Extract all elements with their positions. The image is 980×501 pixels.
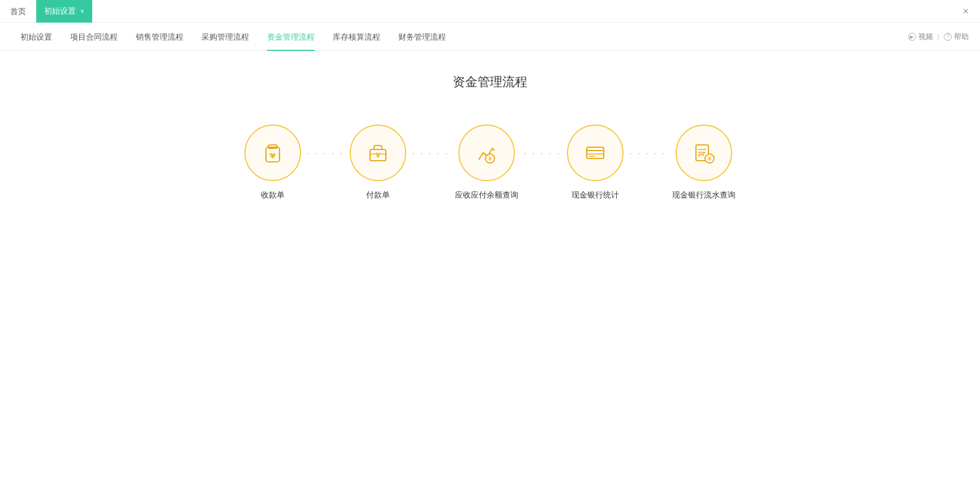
dots-2: - - - - - <box>412 149 449 158</box>
main-content: 资金管理流程 ¥ 收款单 - - - - - <box>0 51 980 501</box>
receipt-icon: ¥ <box>259 139 286 166</box>
svg-text:¥: ¥ <box>488 155 492 162</box>
top-bar: 首页 初始设置 × × <box>0 0 980 23</box>
payment-icon: ¥ <box>364 139 392 166</box>
flow-item-cash-bank-stats[interactable]: 现金银行统计 <box>567 125 624 200</box>
cash-bank-stats-label: 现金银行统计 <box>571 190 619 200</box>
nav-item-project-contract[interactable]: 项目合同流程 <box>61 23 127 51</box>
active-tab-label: 初始设置 <box>44 6 76 16</box>
balance-query-label: 应收应付余额查询 <box>455 190 518 200</box>
connector-4: - - - - - <box>624 149 672 158</box>
svg-text:¥: ¥ <box>270 151 275 160</box>
help-video-button[interactable]: ▶ 视频 <box>908 32 933 42</box>
payment-label: 付款单 <box>366 190 390 200</box>
receipt-circle: ¥ <box>244 125 301 181</box>
flow-item-receipt[interactable]: ¥ 收款单 <box>244 125 301 200</box>
window-close-button[interactable]: × <box>951 0 980 23</box>
flow-item-cash-bank-flow[interactable]: ¥ 现金银行流水查询 <box>672 125 736 200</box>
svg-rect-10 <box>587 147 604 159</box>
connector-2: - - - - - <box>406 149 455 158</box>
video-circle-icon: ▶ <box>908 33 916 41</box>
connector-1: - - - - - <box>301 149 350 158</box>
page-title: 资金管理流程 <box>11 74 969 91</box>
dots-4: - - - - - <box>629 149 667 158</box>
flow-item-payment[interactable]: ¥ 付款单 <box>350 125 406 200</box>
help-circle-icon: ? <box>944 33 952 41</box>
flow-item-balance-query[interactable]: ¥ 应收应付余额查询 <box>455 125 518 200</box>
nav-item-initial-setup[interactable]: 初始设置 <box>11 23 61 51</box>
dots-1: - - - - - <box>307 149 344 158</box>
balance-query-icon: ¥ <box>473 139 500 166</box>
home-tab[interactable]: 首页 <box>0 0 36 23</box>
nav-item-finance-management[interactable]: 财务管理流程 <box>389 23 455 51</box>
nav-item-inventory-calc[interactable]: 库存核算流程 <box>324 23 389 51</box>
payment-circle: ¥ <box>350 125 406 181</box>
cash-bank-flow-label: 现金银行流水查询 <box>672 190 736 200</box>
cash-bank-flow-circle: ¥ <box>676 125 732 181</box>
tab-close-icon[interactable]: × <box>80 7 84 15</box>
nav-item-sales-management[interactable]: 销售管理流程 <box>127 23 192 51</box>
video-label: 视频 <box>918 32 933 42</box>
svg-text:¥: ¥ <box>375 151 380 160</box>
nav-item-purchase-management[interactable]: 采购管理流程 <box>192 23 258 51</box>
flow-container: ¥ 收款单 - - - - - ¥ 付款单 <box>151 125 829 200</box>
help-label: 帮助 <box>954 32 969 42</box>
cash-bank-stats-circle <box>567 125 624 181</box>
nav-bar: 初始设置 项目合同流程 销售管理流程 采购管理流程 资金管理流程 库存核算流程 … <box>0 23 980 51</box>
dots-3: - - - - - <box>524 149 561 158</box>
cash-bank-flow-icon: ¥ <box>690 139 717 166</box>
cash-bank-icon <box>582 139 609 166</box>
svg-text:¥: ¥ <box>707 155 712 162</box>
connector-3: - - - - - <box>518 149 567 158</box>
receipt-label: 收款单 <box>261 190 285 200</box>
nav-item-fund-management[interactable]: 资金管理流程 <box>258 23 324 51</box>
balance-query-circle: ¥ <box>458 125 515 181</box>
active-tab[interactable]: 初始设置 × <box>36 0 92 23</box>
help-button[interactable]: ? 帮助 <box>944 32 969 42</box>
nav-right-section: ▶ 视频 | ? 帮助 <box>908 32 969 42</box>
nav-divider: | <box>938 32 939 41</box>
